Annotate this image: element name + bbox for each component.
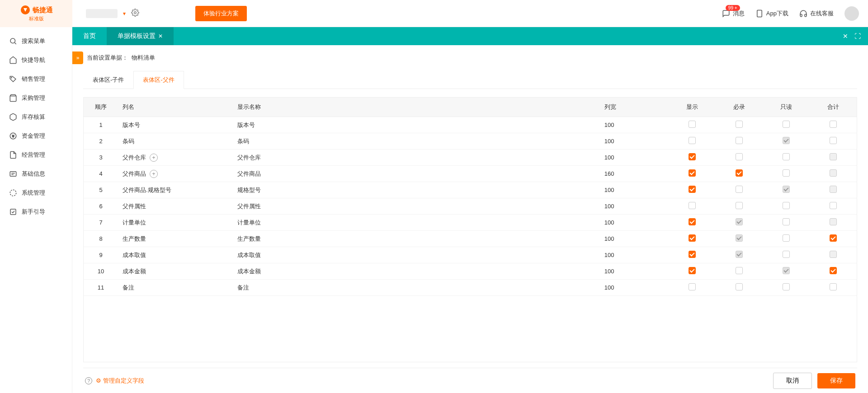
collapse-handle-icon[interactable]: » [72,51,83,64]
sidebar-item-3[interactable]: 采购管理 [0,89,72,108]
checkbox-readonly [783,186,790,193]
checkbox-sum [830,169,837,177]
manage-custom-fields-link[interactable]: ⚙ 管理自定义字段 [96,377,144,385]
checkbox-readonly[interactable] [783,234,790,242]
cancel-button[interactable]: 取消 [773,373,812,389]
checkbox-required[interactable] [736,169,743,177]
online-service-link[interactable]: 在线客服 [799,9,834,18]
checkbox-sum[interactable] [830,234,837,242]
checkbox-required[interactable] [736,186,743,193]
checkbox-readonly[interactable] [783,218,790,225]
sidebar-item-8[interactable]: 系统管理 [0,183,72,202]
checkbox-required[interactable] [736,202,743,209]
cell-display[interactable]: 生产数量 [233,231,600,247]
checkbox-sum[interactable] [830,283,837,290]
add-icon[interactable]: + [150,154,158,162]
checkbox-readonly[interactable] [783,202,790,209]
cell-width[interactable]: 100 [600,198,669,215]
trial-button[interactable]: 体验行业方案 [195,6,247,21]
checkbox-readonly[interactable] [783,251,790,258]
app-download-label: App下载 [766,9,788,18]
avatar[interactable] [844,6,859,21]
tab-1[interactable]: 单据模板设置✕ [107,27,174,45]
sidebar-item-4[interactable]: 库存核算 [0,108,72,126]
sidebar-item-1[interactable]: 快捷导航 [0,51,72,70]
sidebar-item-label: 采购管理 [22,94,45,102]
phone-icon [755,9,764,18]
checkbox-required[interactable] [736,153,743,160]
save-button[interactable]: 保存 [817,373,855,388]
cell-width[interactable]: 100 [600,231,669,247]
checkbox-required[interactable] [736,283,743,290]
sidebar-item-2[interactable]: 销售管理 [0,70,72,89]
sidebar-item-7[interactable]: 基础信息 [0,164,72,183]
checkbox-show[interactable] [689,121,696,128]
checkbox-sum[interactable] [830,267,837,274]
messages-link[interactable]: 99 + 消息 [722,9,745,18]
checkbox-readonly[interactable] [783,169,790,177]
cell-seq: 10 [84,263,118,280]
cell-display[interactable]: 父件仓库 [233,150,600,166]
cell-display[interactable]: 条码 [233,133,600,150]
sidebar-item-5[interactable]: ¥资金管理 [0,126,72,145]
cell-name: 生产数量 [118,231,233,247]
checkbox-sum[interactable] [830,202,837,209]
cell-display[interactable]: 父件商品 [233,166,600,182]
cell-width[interactable]: 100 [600,263,669,280]
checkbox-required[interactable] [736,121,743,128]
checkbox-required[interactable] [736,267,743,274]
gear-icon[interactable] [131,9,139,19]
checkbox-readonly[interactable] [783,153,790,160]
cell-display[interactable]: 成本取值 [233,247,600,263]
cell-display[interactable]: 父件属性 [233,198,600,215]
checkbox-show[interactable] [689,186,696,193]
breadcrumb-placeholder [86,9,118,18]
checkbox-readonly[interactable] [783,283,790,290]
cell-display[interactable]: 备注 [233,280,600,296]
add-icon[interactable]: + [150,170,158,178]
checkbox-show[interactable] [689,234,696,242]
sub-tab-1[interactable]: 表体区-父件 [133,71,184,89]
app-download-link[interactable]: App下载 [755,9,788,18]
checkbox-show[interactable] [689,218,696,225]
fullscreen-icon[interactable]: ⛶ [854,33,861,40]
sidebar-item-0[interactable]: 搜索菜单 [0,32,72,51]
checkbox-required[interactable] [736,137,743,144]
checkbox-show[interactable] [689,202,696,209]
checkbox-readonly[interactable] [783,121,790,128]
chevron-down-icon[interactable]: ▾ [123,10,126,17]
cell-width[interactable]: 100 [600,117,669,133]
sidebar-item-6[interactable]: 经营管理 [0,145,72,164]
checkbox-show[interactable] [689,283,696,290]
table-row: 4父件商品+父件商品160 [84,166,857,182]
close-tab-icon[interactable]: ✕ [843,33,848,40]
help-icon[interactable]: ? [85,377,92,384]
cell-width[interactable]: 100 [600,280,669,296]
checkbox-sum[interactable] [830,137,837,144]
cell-width[interactable]: 100 [600,215,669,231]
logo-text: 畅捷通 [33,6,53,14]
checkbox-show[interactable] [689,153,696,160]
tab-0[interactable]: 首页 [72,27,107,45]
sidebar-item-label: 资金管理 [22,132,45,140]
checkbox-show[interactable] [689,169,696,177]
cell-width[interactable]: 160 [600,166,669,182]
tab-close-icon[interactable]: ✕ [158,33,163,39]
cell-display[interactable]: 成本金额 [233,263,600,280]
checkbox-show[interactable] [689,137,696,144]
sub-tab-0[interactable]: 表体区-子件 [83,71,133,89]
table-row: 11备注备注100 [84,280,857,296]
cell-width[interactable]: 100 [600,182,669,198]
cell-width[interactable]: 100 [600,150,669,166]
cell-display[interactable]: 计量单位 [233,215,600,231]
cell-name: 成本取值 [118,247,233,263]
headset-icon [799,9,807,18]
checkbox-show[interactable] [689,267,696,274]
cell-display[interactable]: 版本号 [233,117,600,133]
cell-display[interactable]: 规格型号 [233,182,600,198]
checkbox-show[interactable] [689,251,696,258]
cell-width[interactable]: 100 [600,247,669,263]
sidebar-item-9[interactable]: 新手引导 [0,202,72,221]
checkbox-sum[interactable] [830,121,837,128]
cell-width[interactable]: 100 [600,133,669,150]
